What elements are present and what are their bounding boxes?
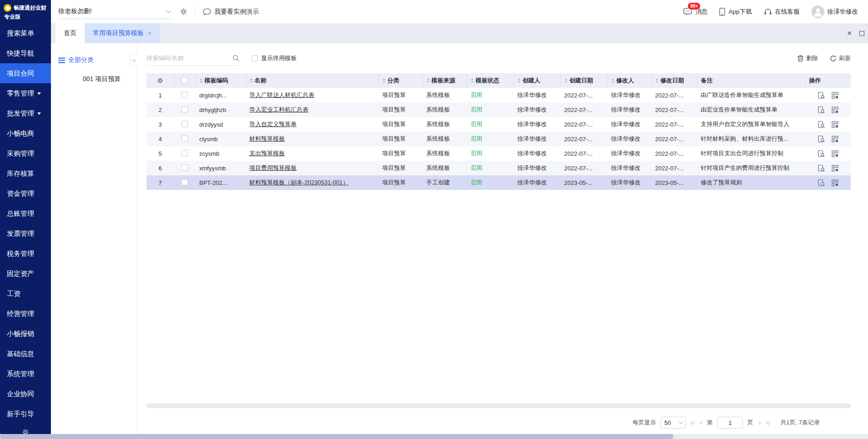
collapse-panel-button[interactable]: « [131, 54, 137, 66]
prev-page-button[interactable]: < [699, 419, 702, 426]
row-checkbox[interactable] [182, 106, 188, 112]
category-panel-header[interactable]: 全部分类 [51, 56, 137, 64]
tab-close-icon[interactable]: × [148, 30, 151, 36]
sort-icon[interactable] [427, 78, 429, 83]
preview-icon[interactable] [818, 150, 825, 158]
column-header[interactable]: 名称 [246, 73, 378, 88]
sidebar-item[interactable]: 资金管理 [0, 184, 51, 204]
template-name-link[interactable]: 导入广联达人材机汇总表 [249, 92, 314, 98]
sidebar-item[interactable]: 零售管理 [0, 83, 51, 103]
column-header[interactable]: 创建日期 [560, 73, 607, 88]
sidebar-item[interactable]: 批发管理 [0, 103, 51, 123]
first-page-button[interactable]: |< [691, 419, 695, 426]
refresh-button[interactable]: 刷新 [830, 54, 851, 62]
sidebar-item[interactable]: 系统管理 [0, 364, 51, 384]
row-checkbox[interactable] [182, 135, 188, 142]
sort-icon[interactable] [565, 78, 567, 83]
sidebar-item[interactable]: 税务管理 [0, 244, 51, 264]
table-horizontal-scrollbar[interactable] [146, 403, 851, 408]
grid-icon[interactable] [832, 150, 838, 157]
column-settings-header[interactable] [146, 73, 174, 88]
search-box[interactable] [146, 51, 240, 66]
column-header[interactable]: 修改人 [607, 73, 651, 88]
preview-icon[interactable] [818, 164, 825, 172]
tab-budget-templates[interactable]: 常用项目预算模板 × [85, 23, 160, 43]
company-selector[interactable]: 徐老板勿删! [58, 5, 170, 19]
row-checkbox[interactable] [182, 121, 188, 127]
table-row[interactable]: 5zcysmb支出预算模板项目预算系统模板启用徐泽华修改2022-07-...徐… [146, 146, 851, 161]
sort-icon[interactable] [383, 78, 385, 83]
page-size-select[interactable]: 50 [661, 417, 686, 429]
sidebar-item[interactable]: 总账管理 [0, 204, 51, 224]
table-row[interactable]: 7BPT-202...材料预算模板（副本-20230531-001）项目预算手工… [146, 175, 851, 190]
table-row[interactable]: 4clysmb材料预算模板项目预算系统模板启用徐泽华修改2022-07-...徐… [146, 132, 851, 146]
sort-icon[interactable] [656, 78, 658, 83]
search-input[interactable] [146, 55, 229, 61]
maximize-icon[interactable] [859, 31, 864, 36]
column-header[interactable]: 模板编码 [196, 73, 246, 88]
sort-icon[interactable] [471, 78, 474, 83]
grid-icon[interactable] [832, 121, 838, 128]
grid-icon[interactable] [832, 165, 838, 172]
preview-icon[interactable] [818, 179, 825, 187]
template-name-link[interactable]: 材料预算模板（副本-20230531-001） [249, 179, 348, 186]
user-menu[interactable]: 徐泽华修改 [812, 5, 858, 18]
sidebar-item[interactable]: 采购管理 [0, 143, 51, 163]
row-checkbox[interactable] [182, 179, 188, 185]
row-checkbox[interactable] [182, 92, 188, 98]
sidebar-item[interactable]: 经营管理 [0, 304, 51, 324]
template-name-link[interactable]: 材料预算模板 [249, 135, 285, 142]
sidebar-item[interactable]: 库存核算 [0, 163, 51, 184]
last-page-button[interactable]: >| [765, 419, 769, 426]
show-disabled-toggle[interactable]: 显示停用模板 [252, 54, 297, 62]
table-row[interactable]: 2drhygljhzb导入宏业工料机汇总表项目预算系统模板启用徐泽华修改2022… [146, 102, 851, 117]
show-disabled-checkbox[interactable] [252, 55, 258, 61]
grid-icon[interactable] [832, 179, 838, 186]
online-service-button[interactable]: 在线客服 [764, 8, 800, 16]
sidebar-item[interactable]: 小畅电商 [0, 123, 51, 143]
page-horizontal-scrollbar[interactable] [0, 434, 868, 439]
column-header[interactable]: 创建人 [514, 73, 560, 88]
table-row[interactable]: 1drgldrcjh...导入广联达人材机汇总表项目预算系统模板启用徐泽华修改2… [146, 88, 851, 102]
preview-icon[interactable] [818, 135, 825, 143]
template-name-link[interactable]: 项目费用预算模板 [249, 164, 297, 171]
column-header[interactable]: 模板状态 [467, 73, 514, 88]
sort-icon[interactable] [200, 78, 202, 83]
sidebar-item[interactable]: 项目合同 [0, 63, 51, 83]
sidebar-item[interactable]: 发票管理 [0, 224, 51, 244]
sidebar-item[interactable]: 新手引导 [0, 404, 51, 424]
sidebar-item[interactable]: 固定资产 [0, 264, 51, 284]
template-name-link[interactable]: 导入宏业工料机汇总表 [249, 106, 308, 113]
column-header[interactable]: 模板来源 [423, 73, 467, 88]
delete-button[interactable]: 删除 [797, 54, 818, 62]
template-name-link[interactable]: 支出预算模板 [249, 150, 285, 157]
grid-icon[interactable] [832, 107, 838, 113]
sidebar-item[interactable]: 工资 [0, 284, 51, 304]
sidebar-item[interactable]: 基础信息 [0, 344, 51, 364]
settings-gear-button[interactable] [179, 7, 188, 16]
preview-icon[interactable] [818, 121, 825, 128]
search-icon[interactable] [232, 54, 240, 62]
sidebar-item[interactable]: 搜索菜单 [0, 23, 51, 43]
sort-icon[interactable] [518, 78, 520, 83]
category-item[interactable]: 001 项目预算 [51, 75, 137, 83]
sort-icon[interactable] [250, 78, 252, 83]
messages-button[interactable]: 99+ 消息 [683, 8, 707, 16]
grid-icon[interactable] [832, 136, 838, 143]
grid-icon[interactable] [832, 92, 838, 99]
template-name-link[interactable]: 导入自定义预算单 [249, 121, 297, 128]
table-row[interactable]: 3drzdyysd导入自定义预算单项目预算系统模板启用徐泽华修改2022-07-… [146, 117, 851, 132]
row-checkbox[interactable] [182, 164, 188, 171]
tab-home[interactable]: 首页 [56, 23, 85, 43]
app-download-button[interactable]: App下载 [719, 8, 752, 16]
preview-icon[interactable] [818, 106, 825, 114]
sort-icon[interactable] [611, 78, 614, 83]
demo-link[interactable]: 我要看实例演示 [203, 8, 259, 16]
sidebar-item[interactable]: 企业协同 [0, 384, 51, 404]
table-row[interactable]: 6xmfyysmb项目费用预算模板项目预算系统模板启用徐泽华修改2022-07-… [146, 161, 851, 175]
scrollbar-thumb[interactable] [0, 434, 673, 439]
next-page-button[interactable]: > [758, 419, 761, 426]
sidebar-item[interactable]: 小畅报销 [0, 324, 51, 344]
sidebar-item[interactable]: 快捷导航 [0, 43, 51, 63]
page-number-input[interactable] [717, 417, 743, 429]
